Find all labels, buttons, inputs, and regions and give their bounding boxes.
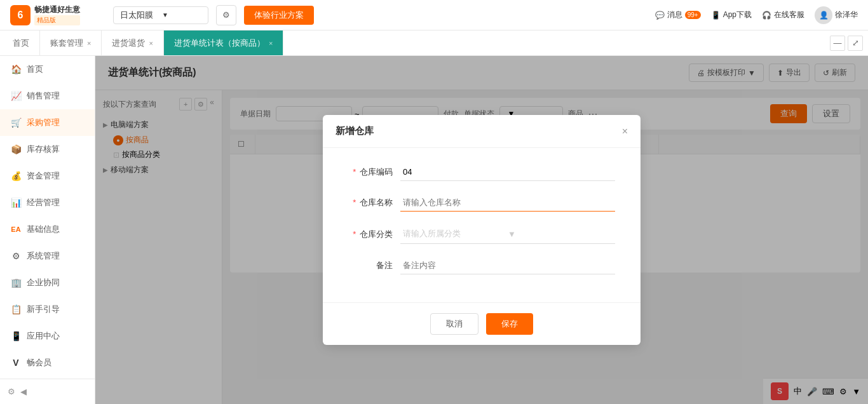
save-button[interactable]: 保存 bbox=[486, 313, 533, 335]
user-profile[interactable]: 👤 徐泽华 bbox=[815, 6, 858, 24]
dialog-header: 新增仓库 × bbox=[323, 115, 641, 148]
sidebar-finance-label: 资金管理 bbox=[27, 170, 60, 182]
sidebar-item-basic-info[interactable]: EA 基础信息 bbox=[0, 216, 95, 243]
tab-purchase-return-label: 进货退货 bbox=[112, 37, 145, 49]
sidebar-purchase-label: 采购管理 bbox=[27, 117, 60, 128]
name-label: * 仓库名称 bbox=[348, 197, 393, 208]
sidebar-inventory-label: 库存核算 bbox=[27, 144, 60, 155]
avatar: 👤 bbox=[815, 6, 832, 24]
category-placeholder: 请输入所属分类 bbox=[403, 228, 508, 239]
sidebar: 🏠 首页 📈 销售管理 🛒 采购管理 📦 库存核算 💰 资金管理 📊 经营管理 … bbox=[0, 56, 95, 404]
online-service-item[interactable]: 🎧 在线客服 bbox=[762, 10, 804, 20]
finance-icon: 💰 bbox=[10, 170, 22, 182]
sidebar-operations-label: 经营管理 bbox=[27, 197, 60, 208]
members-icon: V bbox=[10, 357, 22, 368]
sidebar-item-enterprise[interactable]: 🏢 企业协同 bbox=[0, 269, 95, 296]
dialog-close-button[interactable]: × bbox=[622, 126, 628, 137]
dialog-footer: 取消 保存 bbox=[323, 302, 641, 345]
category-label: * 仓库分类 bbox=[348, 229, 393, 240]
close-icon[interactable]: × bbox=[149, 39, 153, 47]
code-input[interactable] bbox=[400, 163, 615, 181]
dialog-body: * 仓库编码 * 仓库名称 bbox=[323, 148, 641, 302]
tab-expand-button[interactable]: ⤢ bbox=[848, 36, 863, 51]
content-area: 进货单统计(按商品) 🖨 按模板打印 ▼ ⬆ 导出 ↺ 刷新 bbox=[95, 56, 868, 404]
tab-accounts[interactable]: 账套管理 × bbox=[40, 30, 102, 55]
basic-info-icon: EA bbox=[10, 224, 22, 235]
tab-minimize-button[interactable]: — bbox=[830, 36, 845, 51]
inventory-icon: 📦 bbox=[10, 144, 22, 155]
sidebar-settings-icon[interactable]: ⚙ bbox=[8, 387, 15, 396]
sidebar-footer: ⚙ ◀ bbox=[0, 379, 95, 404]
sidebar-system-label: 系统管理 bbox=[27, 250, 60, 262]
apps-icon: 📱 bbox=[10, 330, 22, 342]
form-row-note: 备注 bbox=[348, 257, 615, 274]
tab-bar: 首页 账套管理 × 进货退货 × 进货单统计表（按商品） × — ⤢ bbox=[0, 30, 868, 56]
purchase-icon: 🛒 bbox=[10, 117, 22, 128]
user-name: 徐泽华 bbox=[835, 10, 858, 20]
top-header: 6 畅捷通好生意 精品版 日太阳膜 ▼ ⚙ 体验行业方案 💬 消息 99+ 📱 … bbox=[0, 0, 868, 30]
trial-button[interactable]: 体验行业方案 bbox=[244, 6, 314, 25]
new-warehouse-dialog: 新增仓库 × * 仓库编码 * bbox=[323, 115, 641, 345]
sidebar-collapse-icon[interactable]: ◀ bbox=[20, 387, 27, 396]
sidebar-item-operations[interactable]: 📊 经营管理 bbox=[0, 189, 95, 216]
sales-icon: 📈 bbox=[10, 90, 22, 102]
app-download-item[interactable]: 📱 App下载 bbox=[711, 10, 752, 20]
tab-purchase-return[interactable]: 进货退货 × bbox=[102, 30, 163, 55]
sidebar-item-purchase[interactable]: 🛒 采购管理 bbox=[0, 109, 95, 136]
dialog-title: 新增仓库 bbox=[336, 125, 374, 137]
store-selector[interactable]: 日太阳膜 ▼ bbox=[113, 6, 208, 24]
tab-home[interactable]: 首页 bbox=[0, 30, 40, 55]
note-input[interactable] bbox=[400, 257, 615, 274]
tab-purchase-stats[interactable]: 进货单统计表（按商品） × bbox=[164, 30, 283, 55]
chevron-down-icon: ▼ bbox=[162, 11, 201, 18]
messages-item[interactable]: 💬 消息 99+ bbox=[655, 10, 701, 20]
close-icon[interactable]: × bbox=[269, 39, 273, 47]
tab-actions: — ⤢ bbox=[825, 30, 868, 55]
message-icon: 💬 bbox=[655, 11, 665, 20]
code-label: * 仓库编码 bbox=[348, 166, 393, 178]
sidebar-item-finance[interactable]: 💰 资金管理 bbox=[0, 163, 95, 189]
required-mark: * bbox=[353, 198, 356, 207]
cancel-button[interactable]: 取消 bbox=[430, 313, 478, 335]
header-right: 💬 消息 99+ 📱 App下载 🎧 在线客服 👤 徐泽华 bbox=[655, 6, 858, 24]
operations-icon: 📊 bbox=[10, 197, 22, 208]
enterprise-icon: 🏢 bbox=[10, 277, 22, 288]
name-input[interactable] bbox=[400, 194, 615, 212]
form-row-category: * 仓库分类 请输入所属分类 ▼ bbox=[348, 224, 615, 244]
required-mark: * bbox=[353, 229, 356, 239]
guide-icon: 📋 bbox=[10, 304, 22, 315]
sidebar-item-home[interactable]: 🏠 首页 bbox=[0, 56, 95, 83]
category-select[interactable]: 请输入所属分类 ▼ bbox=[400, 224, 615, 244]
close-icon[interactable]: × bbox=[87, 39, 91, 47]
logo-area: 6 畅捷通好生意 精品版 bbox=[10, 4, 105, 25]
sidebar-item-members[interactable]: V 畅会员 bbox=[0, 349, 95, 376]
sidebar-item-sales[interactable]: 📈 销售管理 bbox=[0, 83, 95, 109]
phone-icon: 📱 bbox=[711, 11, 721, 20]
modal-overlay: 新增仓库 × * 仓库编码 * bbox=[95, 56, 868, 404]
sidebar-enterprise-label: 企业协同 bbox=[27, 277, 60, 288]
online-service-label: 在线客服 bbox=[774, 10, 804, 20]
sidebar-item-apps[interactable]: 📱 应用中心 bbox=[0, 323, 95, 349]
form-row-name: * 仓库名称 bbox=[348, 194, 615, 212]
main-layout: 🏠 首页 📈 销售管理 🛒 采购管理 📦 库存核算 💰 资金管理 📊 经营管理 … bbox=[0, 56, 868, 404]
sidebar-item-guide[interactable]: 📋 新手引导 bbox=[0, 296, 95, 323]
store-name: 日太阳膜 bbox=[120, 10, 159, 21]
logo-icon: 6 bbox=[10, 5, 31, 25]
tab-home-label: 首页 bbox=[13, 37, 29, 49]
sidebar-members-label: 畅会员 bbox=[27, 357, 51, 368]
logo-abbr: 6 bbox=[18, 10, 24, 21]
form-row-code: * 仓库编码 bbox=[348, 163, 615, 181]
sidebar-item-system[interactable]: ⚙ 系统管理 bbox=[0, 243, 95, 269]
app-download-label: App下载 bbox=[723, 10, 752, 20]
sidebar-apps-label: 应用中心 bbox=[27, 330, 60, 342]
tab-accounts-label: 账套管理 bbox=[50, 37, 83, 49]
headset-icon: 🎧 bbox=[762, 11, 771, 20]
settings-button[interactable]: ⚙ bbox=[216, 5, 236, 25]
logo-badge: 精品版 bbox=[34, 15, 80, 25]
note-label: 备注 bbox=[348, 260, 393, 271]
sidebar-item-inventory[interactable]: 📦 库存核算 bbox=[0, 136, 95, 163]
tab-purchase-stats-label: 进货单统计表（按商品） bbox=[174, 37, 265, 49]
logo-text: 畅捷通好生意 精品版 bbox=[34, 4, 80, 25]
required-mark: * bbox=[353, 167, 356, 177]
sidebar-home-label: 首页 bbox=[27, 64, 43, 75]
